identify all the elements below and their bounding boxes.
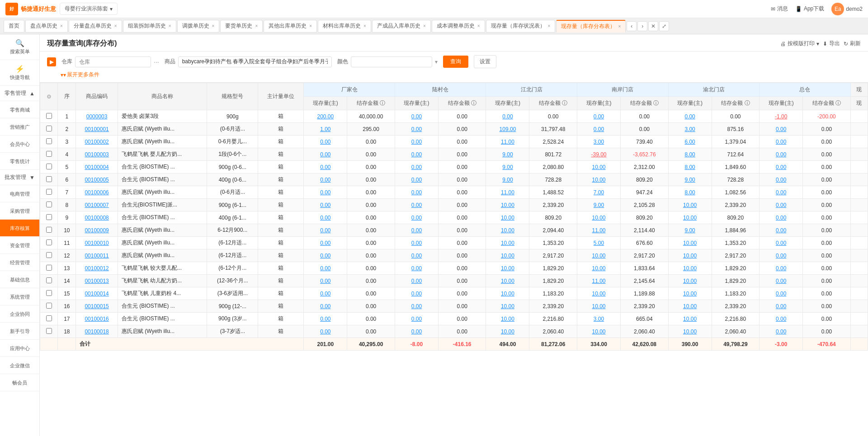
td-jb-qty[interactable]: 10.00 <box>486 287 529 300</box>
td-checkbox[interactable] <box>40 287 58 300</box>
td-code[interactable]: 00100013 <box>76 275 118 287</box>
td-code[interactable]: 00100015 <box>76 300 118 313</box>
row-checkbox[interactable] <box>46 164 52 169</box>
sidebar-item-retail-mgmt[interactable]: 零售管理 ▲ <box>0 86 39 101</box>
tab-purchase-order[interactable]: 要货单历史 × <box>220 20 263 33</box>
td-t-qty[interactable]: 0.00 <box>760 123 803 136</box>
row-checkbox[interactable] <box>46 126 52 131</box>
td-t-qty[interactable]: 0.00 <box>760 173 803 186</box>
td-code[interactable]: 00100008 <box>76 211 118 224</box>
td-na-qty[interactable]: 11.00 <box>577 224 621 237</box>
td-jb-qty[interactable]: 9.00 <box>486 161 529 173</box>
tab-cost-adjust-close[interactable]: × <box>477 23 480 28</box>
td-code[interactable]: 00100010 <box>76 237 118 249</box>
td-f-qty[interactable]: 0.00 <box>304 148 347 161</box>
tab-home[interactable]: 首页 <box>4 20 24 33</box>
export-btn[interactable]: ⬇ 导出 <box>823 40 840 47</box>
td-l-qty[interactable]: 0.00 <box>395 136 438 148</box>
td-na-qty[interactable]: 9.00 <box>577 199 621 211</box>
td-code[interactable]: 00100012 <box>76 262 118 275</box>
td-l-qty[interactable]: 0.00 <box>395 287 438 300</box>
td-jb-qty[interactable]: 11.00 <box>486 186 529 199</box>
td-code[interactable]: 00100003 <box>76 148 118 161</box>
td-yb-qty[interactable]: 8.00 <box>668 161 712 173</box>
td-l-qty[interactable]: 0.00 <box>395 211 438 224</box>
td-yb-qty[interactable]: 10.00 <box>668 199 712 211</box>
td-checkbox[interactable] <box>40 110 58 123</box>
td-yb-qty[interactable]: 0.00 <box>668 110 712 123</box>
user-profile[interactable]: Ea demo2 <box>831 3 863 15</box>
td-l-qty[interactable]: 0.00 <box>395 199 438 211</box>
td-jb-qty[interactable]: 10.00 <box>486 300 529 313</box>
td-f-qty[interactable]: 0.00 <box>304 249 347 262</box>
td-f-qty[interactable]: 0.00 <box>304 199 347 211</box>
tab-material-out[interactable]: 材料出库单历史 × <box>318 20 371 33</box>
tab-stock-table[interactable]: 现存量（库存状况表） × <box>486 20 556 33</box>
sidebar-item-guide[interactable]: 新手引导 <box>0 323 39 340</box>
td-yb-qty[interactable]: 8.00 <box>668 186 712 199</box>
td-f-qty[interactable]: 1.00 <box>304 123 347 136</box>
td-l-qty[interactable]: 0.00 <box>395 110 438 123</box>
query-button[interactable]: 查询 <box>443 56 468 68</box>
td-l-qty[interactable]: 0.00 <box>395 313 438 325</box>
td-jb-qty[interactable]: 10.00 <box>486 249 529 262</box>
row-checkbox[interactable] <box>46 277 52 283</box>
td-yb-qty[interactable]: 6.00 <box>668 136 712 148</box>
td-jb-qty[interactable]: 10.00 <box>486 262 529 275</box>
tab-purchase-order-close[interactable]: × <box>255 23 258 28</box>
td-yb-qty[interactable]: 10.00 <box>668 287 712 300</box>
tab-count-history[interactable]: 盘点单历史 × <box>25 20 68 33</box>
row-checkbox[interactable] <box>46 328 52 334</box>
td-checkbox[interactable] <box>40 262 58 275</box>
td-t-qty[interactable]: 0.00 <box>760 262 803 275</box>
row-checkbox[interactable] <box>46 113 52 119</box>
td-jb-qty[interactable]: 10.00 <box>486 313 529 325</box>
color-input[interactable] <box>351 56 432 67</box>
td-na-qty[interactable]: 11.00 <box>577 275 621 287</box>
td-yb-qty[interactable]: 8.00 <box>668 148 712 161</box>
td-t-qty[interactable]: 0.00 <box>760 249 803 262</box>
tab-disassemble[interactable]: 组装拆卸单历史 × <box>123 20 176 33</box>
td-f-qty[interactable]: 0.00 <box>304 275 347 287</box>
td-code[interactable]: 00100007 <box>76 199 118 211</box>
row-checkbox[interactable] <box>46 239 52 245</box>
tab-prev-btn[interactable]: ‹ <box>627 21 637 31</box>
message-action[interactable]: ✉ 消息 <box>771 5 788 13</box>
tab-other-out-close[interactable]: × <box>309 23 312 28</box>
td-na-qty[interactable]: 10.00 <box>577 325 621 338</box>
td-na-qty[interactable]: 10.00 <box>577 161 621 173</box>
sidebar-item-purchase[interactable]: 采购管理 <box>0 202 39 220</box>
td-t-qty[interactable]: 0.00 <box>760 224 803 237</box>
td-checkbox[interactable] <box>40 275 58 287</box>
td-checkbox[interactable] <box>40 313 58 325</box>
td-t-qty[interactable]: 0.00 <box>760 199 803 211</box>
row-checkbox[interactable] <box>46 138 52 144</box>
sidebar-item-operations[interactable]: 经营管理 <box>0 254 39 271</box>
td-yb-qty[interactable]: 10.00 <box>668 237 712 249</box>
sidebar-item-inventory[interactable]: 库存核算 <box>0 220 39 237</box>
tab-split-count[interactable]: 分量盘点单历史 × <box>69 20 122 33</box>
td-code[interactable]: 00100014 <box>76 287 118 300</box>
td-code[interactable]: 00100011 <box>76 249 118 262</box>
app-download-action[interactable]: 📱 App下载 <box>795 5 824 13</box>
td-f-qty[interactable]: 0.00 <box>304 136 347 148</box>
td-t-qty[interactable]: 0.00 <box>760 186 803 199</box>
td-t-qty[interactable]: 0.00 <box>760 136 803 148</box>
td-f-qty[interactable]: 0.00 <box>304 224 347 237</box>
td-checkbox[interactable] <box>40 300 58 313</box>
td-l-qty[interactable]: 0.00 <box>395 300 438 313</box>
sidebar-item-ecommerce[interactable]: 电商管理 <box>0 185 39 202</box>
td-t-qty[interactable]: -1.00 <box>760 110 803 123</box>
td-l-qty[interactable]: 0.00 <box>395 275 438 287</box>
td-l-qty[interactable]: 0.00 <box>395 224 438 237</box>
td-code[interactable]: 00100004 <box>76 161 118 173</box>
td-na-qty[interactable]: 10.00 <box>577 211 621 224</box>
td-t-qty[interactable]: 0.00 <box>760 313 803 325</box>
td-jb-qty[interactable]: 10.00 <box>486 325 529 338</box>
row-checkbox[interactable] <box>46 151 52 157</box>
sidebar-item-retail-stats[interactable]: 零售统计 <box>0 153 39 170</box>
td-yb-qty[interactable]: 10.00 <box>668 211 712 224</box>
td-code[interactable]: 00100006 <box>76 186 118 199</box>
td-checkbox[interactable] <box>40 325 58 338</box>
td-checkbox[interactable] <box>40 199 58 211</box>
